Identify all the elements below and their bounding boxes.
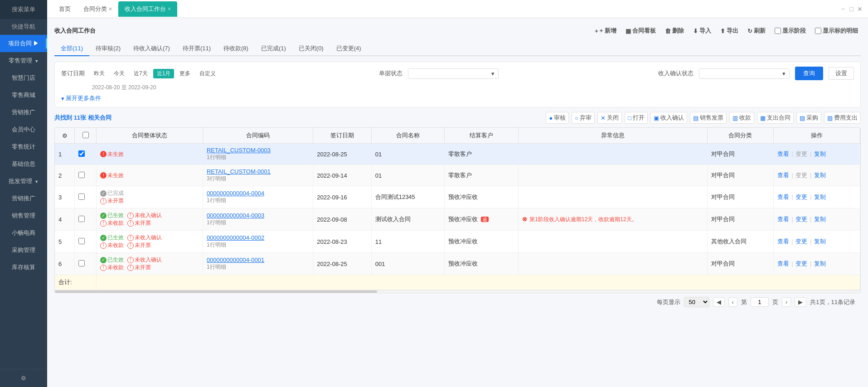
filter-tab-pending-review[interactable]: 待审核(2) [89,42,127,56]
contract-board-button[interactable]: ▦ 合同看板 [623,25,659,36]
last-page-button[interactable]: ▶ [795,297,806,307]
date-btn-7days[interactable]: 近7天 [130,69,151,78]
sidebar-item-basic-info[interactable]: 基础信息 [0,155,47,173]
query-button[interactable]: 查询 [795,67,823,80]
filter-tab-pending-receipt[interactable]: 待收款(8) [217,42,255,56]
row-select-checkbox[interactable] [78,216,85,222]
tab-contract-category-close[interactable]: × [109,6,112,12]
action-close[interactable]: ✕ 关闭 [597,112,622,124]
export-button[interactable]: ⬆ 导出 [718,25,741,36]
date-btn-custom[interactable]: 自定义 [196,69,219,78]
date-btn-1month[interactable]: 近1月 [153,69,175,78]
show-field-checkbox-label[interactable]: 显示阶段 [772,25,809,36]
row-checkbox[interactable] [75,231,97,253]
row-checkbox[interactable] [75,208,97,231]
row-select-checkbox[interactable] [78,194,85,200]
tab-income-workbench[interactable]: 收入合同工作台 × [118,1,177,17]
sidebar-item-marketing[interactable]: 营销推广 [0,104,47,121]
action-receipt[interactable]: ▥ 收款 [729,112,754,124]
sidebar-item-purchase[interactable]: 采购管理 [0,242,47,259]
col-gear[interactable]: ⚙ [55,128,75,144]
sidebar-item-inventory[interactable]: 库存核算 [0,259,47,276]
sidebar-item-project[interactable]: 项目合同 ▶ [0,35,47,52]
op-view[interactable]: 查看 [777,172,789,179]
gear-icon2[interactable]: ⚙ [62,132,68,139]
op-change[interactable]: 变更 [795,238,807,245]
op-change[interactable]: 变更 [795,150,807,157]
filter-tab-all[interactable]: 全部(11) [54,42,89,56]
action-review[interactable]: ● 审核 [546,112,569,124]
op-copy[interactable]: 复制 [814,194,826,200]
row-checkbox[interactable] [75,253,97,275]
action-expense-out[interactable]: ▨ 费用支出 [824,112,861,124]
filter-tab-pending-income-confirm[interactable]: 待收入确认(7) [127,42,176,56]
op-copy[interactable]: 复制 [814,172,826,179]
sidebar-item-marketing2[interactable]: 营销推广 [0,190,47,207]
contract-code-link[interactable]: 0000000000004-0002 [207,234,264,241]
op-change[interactable]: 变更 [795,172,807,179]
date-btn-more[interactable]: 更多 [176,69,194,78]
row-checkbox[interactable] [75,165,97,186]
action-purchase[interactable]: ▧ 采购 [796,112,821,124]
tab-income-workbench-close[interactable]: × [168,6,171,12]
select-all-checkbox[interactable] [82,132,89,138]
expand-filter-button[interactable]: ▾ 展开更多条件 [61,94,854,102]
filter-tab-completed[interactable]: 已完成(1) [255,42,292,56]
doc-status-select[interactable]: ▾ [408,68,499,79]
prev-page-button[interactable]: ‹ [728,297,737,307]
contract-code-link[interactable]: 0000000000004-0003 [207,212,264,219]
income-confirm-select[interactable]: ▾ [699,68,790,79]
col-checkbox[interactable] [75,128,97,144]
tab-home[interactable]: 首页 [53,1,77,17]
action-expense-contract[interactable]: ▦ 支出合同 [757,112,794,124]
per-page-select[interactable]: 20 50 100 [684,297,709,307]
sidebar-item-sales-mgmt[interactable]: 销售管理 [0,207,47,224]
show-field-checkbox[interactable] [775,28,781,34]
sidebar-item-retail-mall[interactable]: 零售商城 [0,87,47,104]
op-change[interactable]: 变更 [795,194,807,200]
sidebar-item-retail-mgmt[interactable]: 零售管理 ▼ [0,52,47,69]
op-view[interactable]: 查看 [777,150,789,157]
sidebar-item-wholesale[interactable]: 批发管理 ▼ [0,173,47,190]
sidebar-item-member-center[interactable]: 会员中心 [0,121,47,138]
row-select-checkbox[interactable] [78,238,85,244]
op-view[interactable]: 查看 [777,238,789,245]
filter-tab-changed[interactable]: 已变更(4) [330,42,368,56]
op-change[interactable]: 变更 [795,260,807,267]
show-detail-checkbox-label[interactable]: 显示标的明细 [812,25,861,36]
op-copy[interactable]: 复制 [814,238,826,245]
op-change[interactable]: 变更 [795,216,807,223]
delete-button[interactable]: 🗑 删除 [662,25,687,36]
contract-code-link[interactable]: RETAIL_CUSTOM-0003 [207,147,271,154]
import-button[interactable]: ⬇ 导入 [690,25,714,36]
sidebar-nav[interactable]: 快捷导航 [0,19,47,35]
show-detail-checkbox[interactable] [815,28,821,34]
minimize-button[interactable]: － [840,5,846,13]
sidebar-settings[interactable]: ⚙ [0,369,47,387]
filter-tab-closed[interactable]: 已关闭(0) [292,42,330,56]
op-view[interactable]: 查看 [777,194,789,200]
sidebar-item-ecommerce[interactable]: 小畅电商 [0,224,47,242]
row-select-checkbox[interactable] [78,172,85,178]
filter-tab-pending-invoice[interactable]: 待开票(11) [176,42,217,56]
row-checkbox[interactable] [75,144,97,165]
op-copy[interactable]: 复制 [814,260,826,267]
action-open[interactable]: □ 打开 [625,112,648,124]
first-page-button[interactable]: ◀ [713,297,725,307]
action-abandon[interactable]: ○ 弃审 [572,112,595,124]
next-page-button[interactable]: › [782,297,791,307]
contract-code-link[interactable]: 0000000000004-0001 [207,256,264,263]
op-copy[interactable]: 复制 [814,150,826,157]
refresh-button[interactable]: ↻ 刷新 [745,25,768,36]
row-checkbox[interactable] [75,186,97,208]
action-income-confirm[interactable]: ▣ 收入确认 [650,112,687,124]
date-btn-today[interactable]: 今天 [110,69,128,78]
op-view[interactable]: 查看 [777,216,789,223]
tab-contract-category[interactable]: 合同分类 × [77,1,118,17]
sidebar-item-retail-stats[interactable]: 零售统计 [0,138,47,155]
date-btn-yesterday[interactable]: 昨天 [90,69,108,78]
op-copy[interactable]: 复制 [814,216,826,223]
op-view[interactable]: 查看 [777,260,789,267]
page-number-input[interactable] [751,297,769,307]
contract-code-link[interactable]: RETAIL_CUSTOM-0001 [207,168,271,175]
